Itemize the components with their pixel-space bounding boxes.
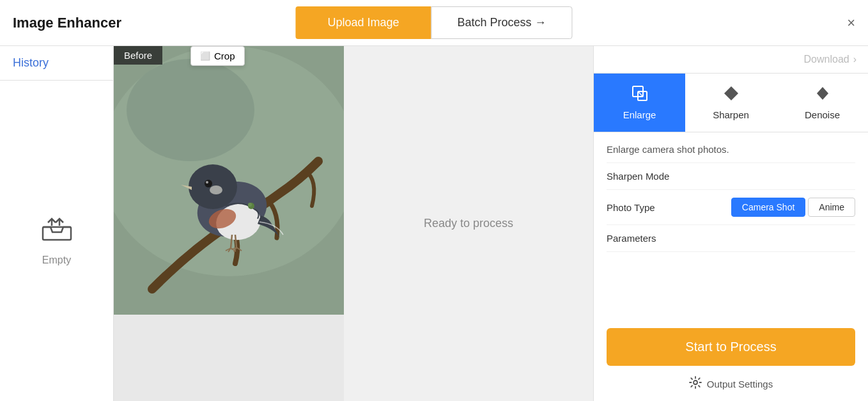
- sidebar-item-history[interactable]: History: [0, 46, 113, 81]
- parameters-label: Parameters: [607, 233, 656, 244]
- sharpen-icon: [723, 85, 740, 106]
- start-process-button[interactable]: Start to Process: [607, 328, 855, 366]
- ready-to-process-text: Ready to process: [424, 217, 513, 230]
- crop-icon: ⬜: [200, 51, 210, 61]
- output-settings-row[interactable]: Output Settings: [594, 376, 868, 401]
- upload-image-button[interactable]: Upload Image: [295, 6, 431, 39]
- tab-denoise-label: Denoise: [805, 109, 840, 120]
- tab-denoise[interactable]: Denoise: [777, 74, 868, 132]
- main-layout: History Empty Before ⬜ Crop: [0, 46, 868, 401]
- svg-point-10: [210, 185, 222, 194]
- photo-type-label: Photo Type: [607, 202, 655, 213]
- before-panel: Before ⬜ Crop: [114, 46, 344, 401]
- gear-icon: [689, 376, 702, 392]
- mode-tabs: Enlarge Sharpen Denoise: [594, 74, 868, 132]
- svg-marker-15: [724, 86, 738, 100]
- svg-point-17: [694, 381, 697, 384]
- output-settings-label: Output Settings: [707, 379, 773, 389]
- image-area: Before ⬜ Crop: [114, 46, 593, 401]
- enlarge-description: Enlarge camera shot photos.: [607, 144, 855, 163]
- tab-enlarge-label: Enlarge: [623, 109, 656, 120]
- bird-image: [114, 46, 344, 315]
- enlarge-icon: [632, 85, 648, 106]
- tab-sharpen-label: Sharpen: [713, 109, 749, 120]
- sharpen-mode-label: Sharpen Mode: [607, 171, 669, 182]
- download-row: Download ›: [594, 46, 868, 74]
- photo-type-row: Photo Type Camera Shot Anime: [607, 190, 855, 225]
- denoise-icon: [814, 85, 831, 106]
- photo-type-buttons: Camera Shot Anime: [731, 198, 855, 217]
- after-panel: Ready to process: [344, 46, 593, 401]
- tab-sharpen[interactable]: Sharpen: [685, 74, 777, 132]
- svg-point-8: [205, 180, 212, 187]
- download-label[interactable]: Download: [804, 54, 849, 65]
- crop-button[interactable]: ⬜ Crop: [190, 46, 245, 66]
- sidebar-empty-area: Empty: [0, 81, 113, 401]
- download-arrow-icon: ›: [853, 54, 856, 65]
- svg-marker-16: [817, 87, 828, 100]
- photo-type-anime[interactable]: Anime: [808, 198, 855, 217]
- photo-type-camera-shot[interactable]: Camera Shot: [731, 198, 805, 217]
- batch-process-button[interactable]: Batch Process →: [431, 6, 573, 39]
- inbox-icon: [42, 216, 72, 247]
- settings-area: Enlarge camera shot photos. Sharpen Mode…: [594, 132, 868, 328]
- svg-point-9: [206, 181, 208, 184]
- enlarge-desc-text: Enlarge camera shot photos.: [607, 144, 729, 155]
- svg-rect-0: [43, 227, 71, 240]
- header-center: Upload Image Batch Process →: [295, 6, 572, 39]
- svg-point-3: [127, 59, 254, 161]
- right-panel: Download › Enlarge: [593, 46, 868, 401]
- close-button[interactable]: ×: [847, 15, 855, 31]
- app-title: Image Enhancer: [13, 15, 121, 31]
- before-label: Before: [114, 46, 162, 65]
- sharpen-mode-row: Sharpen Mode: [607, 163, 855, 190]
- sidebar: History Empty: [0, 46, 114, 401]
- sidebar-empty-label: Empty: [42, 255, 71, 266]
- header: Image Enhancer Upload Image Batch Proces…: [0, 0, 868, 46]
- svg-point-12: [248, 203, 252, 207]
- parameters-row: Parameters: [607, 225, 855, 252]
- tab-enlarge[interactable]: Enlarge: [594, 74, 685, 132]
